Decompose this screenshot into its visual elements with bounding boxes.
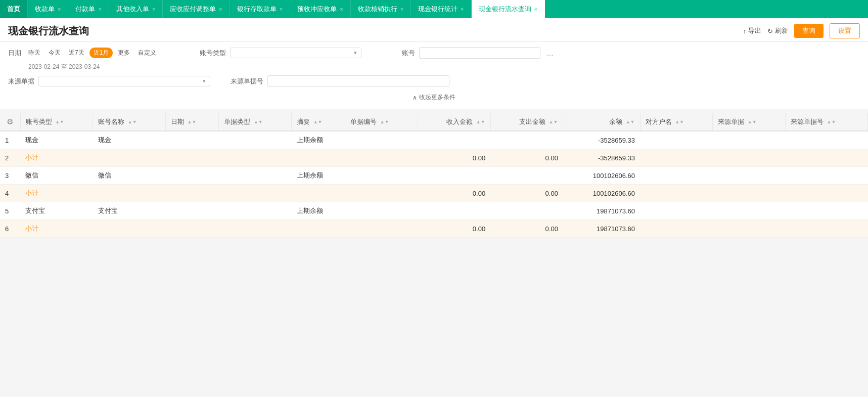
nav-item-writeoff[interactable]: 收款核销执行 ×: [351, 0, 411, 18]
export-button[interactable]: ↑ 导出: [743, 26, 762, 35]
table-cell: 0.00: [418, 149, 490, 167]
nav-item-payment[interactable]: 付款单 ×: [68, 0, 109, 18]
col-doc-no: 单据编号 ▲▼: [345, 113, 418, 131]
account-type-label: 账号类型: [200, 49, 226, 58]
page-header: 现金银行流水查询 ↑ 导出 ↻ 刷新 查询 设置: [0, 18, 868, 42]
settings-button[interactable]: 设置: [830, 23, 860, 38]
close-icon-receipt[interactable]: ×: [58, 6, 61, 12]
sort-icon-summary: ▲▼: [313, 120, 323, 124]
table-cell: [345, 131, 418, 149]
table-cell: 4: [0, 185, 20, 202]
source-doc-select[interactable]: ▾: [38, 76, 210, 86]
refresh-button[interactable]: ↻ 刷新: [767, 26, 788, 35]
source-doc-chevron-icon: ▾: [203, 78, 206, 84]
table-cell: 0.00: [490, 185, 563, 202]
nav-label-prepay: 预收冲应收单: [297, 5, 337, 14]
refresh-label: 刷新: [775, 26, 788, 35]
table-cell: [785, 202, 867, 220]
table-cell: [713, 220, 786, 238]
export-label: 导出: [748, 26, 761, 35]
table-cell: [640, 220, 713, 238]
table-cell: [219, 185, 292, 202]
date-label: 日期: [8, 49, 21, 58]
table-cell: [165, 167, 218, 185]
nav-item-other-income[interactable]: 其他收入单 ×: [109, 0, 163, 18]
table-cell: [785, 220, 867, 238]
nav-item-ar-ap-adjust[interactable]: 应收应付调整单 ×: [163, 0, 230, 18]
table-row: 2小计0.000.00-3528659.33: [0, 149, 868, 167]
account-type-select[interactable]: ▾: [230, 48, 361, 58]
table-cell: [490, 202, 563, 220]
account-input[interactable]: [419, 47, 540, 59]
table-cell: 支付宝: [20, 202, 93, 220]
nav-item-bank-deposit[interactable]: 银行存取款单 ×: [230, 0, 290, 18]
sort-icon-src-doc: ▲▼: [748, 120, 757, 124]
table-cell: 微信: [20, 167, 93, 185]
col-settings: ⚙: [0, 113, 20, 131]
table-row: 3微信微信上期余额100102606.60: [0, 167, 868, 185]
account-filter-group: 账号 ...: [402, 47, 555, 59]
table-cell: 小计: [20, 185, 93, 202]
shortcut-1month[interactable]: 近1月: [89, 48, 113, 58]
table-cell: [490, 167, 563, 185]
table-cell: [640, 167, 713, 185]
table-cell: [418, 202, 490, 220]
table-settings-gear-icon[interactable]: ⚙: [7, 117, 13, 126]
shortcut-more[interactable]: 更多: [115, 48, 133, 58]
source-doc-no-input[interactable]: [267, 75, 449, 87]
close-icon-bank-flow[interactable]: ×: [534, 6, 537, 12]
col-src-doc: 来源单据 ▲▼: [713, 113, 786, 131]
shortcut-yesterday[interactable]: 昨天: [25, 48, 43, 58]
nav-item-bank-flow[interactable]: 现金银行流水查询 ×: [472, 0, 545, 18]
table-cell: [345, 202, 418, 220]
table-cell: [165, 131, 218, 149]
nav-label-payment: 付款单: [75, 5, 95, 14]
date-shortcuts: 昨天 今天 近7天 近1月 更多 自定义: [25, 48, 159, 58]
account-dots-button[interactable]: ...: [544, 49, 555, 58]
table-cell: 19871073.60: [563, 202, 640, 220]
sort-icon-doc-no: ▲▼: [380, 120, 389, 124]
source-doc-no-filter-group: 来源单据号: [231, 75, 449, 87]
sort-icon-src-doc-no: ▲▼: [827, 120, 836, 124]
table-cell: 0.00: [418, 185, 490, 202]
header-actions: ↑ 导出 ↻ 刷新 查询 设置: [743, 23, 860, 38]
refresh-icon: ↻: [767, 27, 773, 35]
table-cell: [93, 220, 166, 238]
table-cell: [418, 131, 490, 149]
nav-label-receipt: 收款单: [35, 5, 55, 14]
nav-item-receipt[interactable]: 收款单 ×: [28, 0, 68, 18]
nav-item-home[interactable]: 首页: [0, 0, 28, 18]
nav-item-bank-stats[interactable]: 现金银行统计 ×: [411, 0, 471, 18]
sort-icon-expense: ▲▼: [549, 120, 558, 124]
table-cell: [219, 131, 292, 149]
close-icon-other-income[interactable]: ×: [152, 6, 155, 12]
col-summary: 摘要 ▲▼: [292, 113, 345, 131]
close-icon-bank-stats[interactable]: ×: [461, 6, 464, 12]
shortcut-today[interactable]: 今天: [45, 48, 64, 58]
close-icon-prepay[interactable]: ×: [340, 6, 343, 12]
export-icon: ↑: [743, 27, 747, 35]
close-icon-writeoff[interactable]: ×: [400, 6, 403, 12]
sort-icon-doc-type: ▲▼: [254, 120, 263, 124]
query-button[interactable]: 查询: [794, 24, 824, 38]
shortcut-custom[interactable]: 自定义: [135, 48, 159, 58]
sort-icon-income: ▲▼: [476, 120, 485, 124]
col-expense: 支出金额 ▲▼: [490, 113, 563, 131]
close-icon-ar-ap-adjust[interactable]: ×: [219, 6, 222, 12]
table-container: ⚙ 账号类型 ▲▼ 账号名称 ▲▼ 日期 ▲▼ 单据类型 ▲▼: [0, 113, 868, 238]
collapse-icon: ∧: [413, 94, 417, 101]
table-cell: 5: [0, 202, 20, 220]
nav-label-writeoff: 收款核销执行: [358, 5, 397, 14]
table-cell: [165, 185, 218, 202]
table-row: 4小计0.000.00100102606.60: [0, 185, 868, 202]
table-cell: [292, 149, 345, 167]
shortcut-7days[interactable]: 近7天: [66, 48, 87, 58]
close-icon-payment[interactable]: ×: [98, 6, 101, 12]
nav-item-prepay[interactable]: 预收冲应收单 ×: [290, 0, 350, 18]
nav-label-home: 首页: [7, 5, 20, 14]
close-icon-bank-deposit[interactable]: ×: [280, 6, 283, 12]
table-cell: [785, 149, 867, 167]
table-cell: 0.00: [490, 220, 563, 238]
collapse-button[interactable]: ∧ 收起更多条件: [8, 91, 860, 104]
table-cell: -3528659.33: [563, 131, 640, 149]
